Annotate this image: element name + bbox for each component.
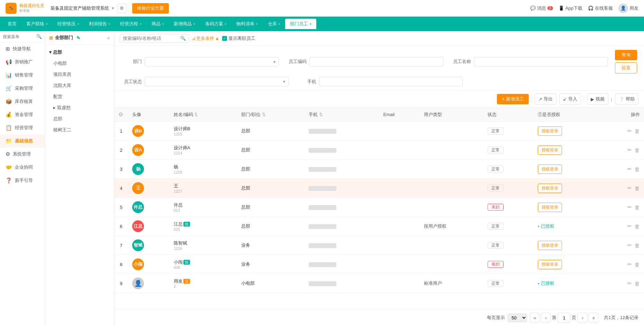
per-page-select[interactable]: 50 20 100 <box>508 314 527 322</box>
delete-icon[interactable]: 🗑 <box>635 128 640 134</box>
tab-goods[interactable]: 商品 × <box>147 19 169 29</box>
sidebar-item-navigation[interactable]: ⊞ 快捷导航 <box>0 42 45 55</box>
tab-journey[interactable]: 经营历程 × <box>115 19 146 29</box>
video-button[interactable]: ▶ 视频 <box>587 94 608 105</box>
tab-customer[interactable]: 客户联络 × <box>21 19 53 29</box>
page-input[interactable] <box>558 313 570 323</box>
dept-select[interactable]: ▾ <box>145 57 279 67</box>
last-page-button[interactable]: » <box>589 313 598 323</box>
tree-item-zhishu[interactable]: 植树王二 <box>45 124 114 135</box>
auth-button[interactable]: 授权登录 <box>538 241 562 250</box>
system-dropdown-icon[interactable]: ▾ <box>112 6 114 11</box>
delete-icon[interactable]: 🗑 <box>635 185 640 191</box>
tab-barcode[interactable]: 条码方案 × <box>200 19 232 29</box>
tab-operation[interactable]: 经营情况 × <box>53 19 84 29</box>
tree-item-xiaodian[interactable]: 小电部 <box>45 58 114 69</box>
edit-icon[interactable]: ✏ <box>627 242 632 248</box>
app-download-button[interactable]: 📱 App下载 <box>559 5 582 11</box>
sidebar-item-business[interactable]: 📋 经营管理 <box>0 121 45 134</box>
tab-dept-staff[interactable]: 部门员工 × <box>285 19 316 29</box>
delete-icon[interactable]: 🗑 <box>635 204 640 210</box>
delete-icon[interactable]: 🗑 <box>635 243 640 248</box>
tree-item-shuangxu[interactable]: ▸ 双虚想 <box>45 102 114 113</box>
auth-button[interactable]: 授权登录 <box>538 184 562 193</box>
edit-icon[interactable]: ✏ <box>627 147 632 153</box>
phone-field[interactable] <box>322 79 460 84</box>
sidebar-item-sales[interactable]: 📊 销售管理 <box>0 69 45 82</box>
delete-icon[interactable]: 🗑 <box>635 281 640 287</box>
auth-button[interactable]: 授权登录 <box>538 126 562 136</box>
edit-icon[interactable]: ✏ <box>627 223 632 229</box>
more-filter-button[interactable]: ⊿ 更多条件 ▲ <box>192 35 219 42</box>
tree-item-shenyang[interactable]: 沈阳大库 <box>45 80 114 91</box>
sidebar-item-finance[interactable]: 💰 资金管理 <box>0 108 45 121</box>
first-page-button[interactable]: « <box>530 313 539 323</box>
cell-ops: ✏ 🗑 <box>601 179 644 198</box>
tab-new-goods[interactable]: 新增商品 × <box>169 19 200 29</box>
avatar-circle: 设A <box>132 144 144 156</box>
emp-code-field[interactable] <box>312 59 441 64</box>
show-resigned-toggle[interactable]: ✓ 显示离职员工 <box>222 35 255 42</box>
cell-usertype <box>420 160 483 179</box>
user-menu[interactable]: 👤 用友 <box>618 3 638 13</box>
tree-item-zongbu2[interactable]: 总部 <box>45 113 114 124</box>
sidebar-item-guide[interactable]: ❓ 新手引导 <box>0 174 45 187</box>
edit-icon[interactable]: ✏ <box>627 185 632 191</box>
search-input[interactable] <box>123 36 178 41</box>
table-settings-icon[interactable]: ⚙ <box>118 112 123 117</box>
cell-auth: 授权登录 <box>534 122 601 141</box>
export-button[interactable]: ↗ 导出 <box>535 94 556 105</box>
trial-button[interactable]: 体验行业方案 <box>132 3 169 14</box>
online-service-button[interactable]: 🎧 在线客服 <box>588 5 613 11</box>
help-button[interactable]: ❔ 帮助 <box>615 94 638 105</box>
auth-button[interactable]: 授权登录 <box>538 260 562 269</box>
set-button[interactable]: 设置 <box>615 62 637 73</box>
sidebar-item-inventory[interactable]: 📦 库存核算 <box>0 95 45 108</box>
emp-name-field[interactable] <box>477 59 605 64</box>
cell-avatar: 江总 <box>128 217 170 236</box>
tab-home[interactable]: 首页 <box>3 19 21 29</box>
settings-button[interactable]: ⚙ <box>117 3 127 13</box>
tree-item-peihuo[interactable]: 配货 <box>45 91 114 102</box>
sidebar-item-system[interactable]: ⚙ 系统管理 <box>0 148 45 161</box>
auth-button[interactable]: 授权登录 <box>538 146 562 155</box>
next-page-button[interactable]: › <box>578 313 587 323</box>
status-badge: 正常 <box>488 242 504 249</box>
status-select[interactable]: ▾ <box>145 77 289 86</box>
edit-icon[interactable]: ✏ <box>627 280 632 287</box>
sidebar-item-marketing[interactable]: 📢 营销推广 <box>0 55 45 69</box>
collapse-panel-icon[interactable]: « <box>107 35 110 41</box>
row-number: 3 <box>114 160 128 179</box>
tab-profit[interactable]: 利润报告 × <box>84 19 115 29</box>
add-employee-button[interactable]: + 新增员工 <box>497 94 528 104</box>
tree-item-zongbu[interactable]: ▾ 总部 <box>45 47 114 58</box>
col-name[interactable]: 姓名/编码 ⇅ <box>170 108 237 122</box>
tab-bom[interactable]: 物料清单 × <box>232 19 263 29</box>
import-button[interactable]: ↙ 导入 <box>559 94 581 105</box>
tab-warehouse[interactable]: 仓库 × <box>263 19 285 29</box>
edit-icon[interactable]: ✏ <box>627 204 632 210</box>
tree-item-xiangmu[interactable]: 项目库房 <box>45 69 114 80</box>
query-button[interactable]: 查询 <box>615 50 637 60</box>
message-button[interactable]: 💬 消息 6 <box>530 5 553 11</box>
auth-button[interactable]: 授权登录 <box>538 165 562 174</box>
edit-icon[interactable]: ✏ <box>627 261 632 267</box>
edit-dept-icon[interactable]: ✎ <box>76 35 80 41</box>
delete-icon[interactable]: 🗑 <box>635 262 640 267</box>
delete-icon[interactable]: 🗑 <box>635 166 640 172</box>
auth-button[interactable]: 授权登录 <box>538 203 562 212</box>
delete-icon[interactable]: 🗑 <box>635 147 640 153</box>
edit-icon[interactable]: ✏ <box>627 128 632 134</box>
col-dept[interactable]: 部门/职位 ⇅ <box>237 108 305 122</box>
sidebar-item-purchase[interactable]: 🛒 采购管理 <box>0 82 45 95</box>
sidebar-search-input[interactable] <box>3 34 35 39</box>
sidebar-item-basic[interactable]: 📁 基础信息 <box>0 134 45 148</box>
prev-page-button[interactable]: ‹ <box>541 313 551 323</box>
sidebar-item-collab[interactable]: 🤝 企业协同 <box>0 161 45 174</box>
status-badge: 正常 <box>488 147 504 153</box>
col-phone[interactable]: 手机 ⇅ <box>305 108 379 122</box>
cell-dept: 总部 <box>237 122 305 141</box>
edit-icon[interactable]: ✏ <box>627 166 632 172</box>
delete-icon[interactable]: 🗑 <box>635 223 640 229</box>
cell-avatar: 设B <box>128 122 170 141</box>
